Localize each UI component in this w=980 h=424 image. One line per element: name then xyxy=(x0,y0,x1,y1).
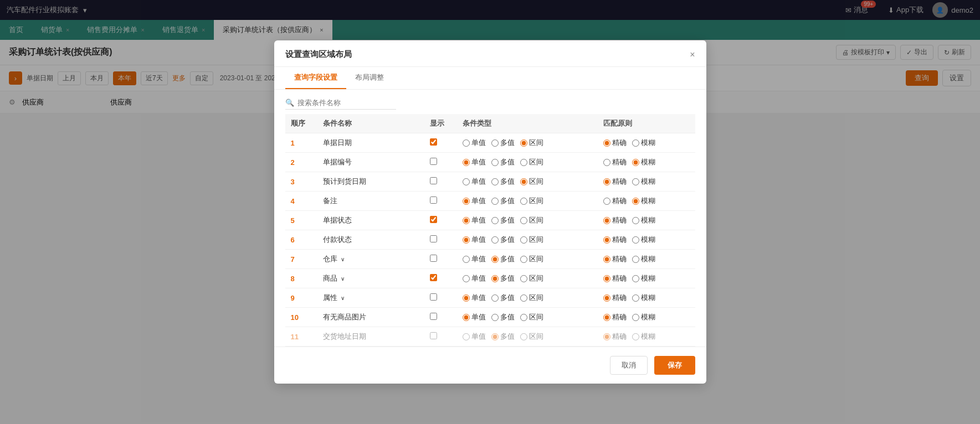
search-icon: 🔍 xyxy=(285,99,294,107)
tab-layout-adjust-label: 布局调整 xyxy=(355,73,384,81)
search-input[interactable] xyxy=(297,99,396,107)
dialog-tabs: 查询字段设置 布局调整 xyxy=(274,67,706,90)
search-box: 🔍 xyxy=(285,96,396,110)
modal-overlay: 设置查询区域布局 × 查询字段设置 布局调整 🔍 顺序 xyxy=(0,0,980,113)
dialog-search: 🔍 xyxy=(274,90,706,113)
dialog-title: 设置查询区域布局 xyxy=(285,49,352,60)
tab-layout-adjust[interactable]: 布局调整 xyxy=(346,67,393,89)
dialog-header: 设置查询区域布局 × xyxy=(274,40,706,67)
tab-field-settings[interactable]: 查询字段设置 xyxy=(285,67,346,89)
dialog-close-button[interactable]: × xyxy=(690,50,695,60)
dialog: 设置查询区域布局 × 查询字段设置 布局调整 🔍 顺序 xyxy=(274,40,706,113)
tab-field-settings-label: 查询字段设置 xyxy=(294,73,337,81)
